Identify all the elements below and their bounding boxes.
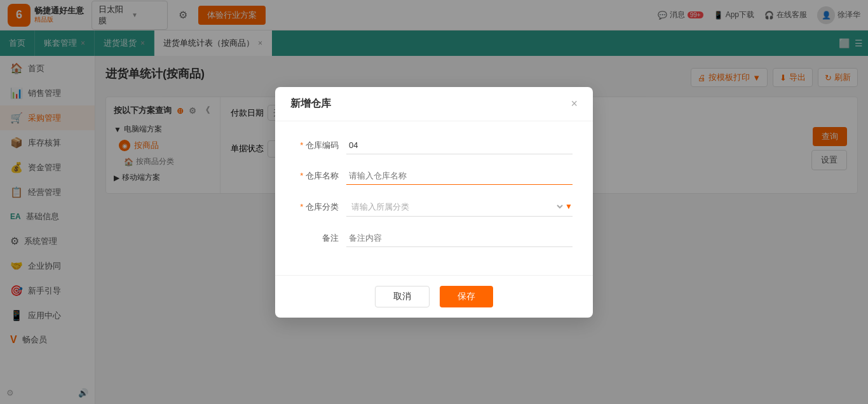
name-label: 仓库名称 — [295, 170, 346, 182]
modal-close-button[interactable]: × — [571, 97, 578, 111]
category-select[interactable]: 请输入所属分类 — [346, 198, 565, 216]
save-button[interactable]: 保存 — [440, 286, 493, 307]
modal-header: 新增仓库 × — [275, 87, 593, 121]
cancel-button[interactable]: 取消 — [375, 286, 430, 307]
category-select-arrow: ▼ — [565, 202, 573, 211]
warehouse-code-input[interactable] — [346, 137, 573, 154]
note-label: 备注 — [295, 232, 346, 244]
category-select-wrap: 请输入所属分类 ▼ — [346, 198, 573, 217]
form-row-category: 仓库分类 请输入所属分类 ▼ — [295, 198, 573, 217]
add-warehouse-modal: 新增仓库 × 仓库编码 仓库名称 仓库分类 请输入所属分类 ▼ — [275, 87, 593, 318]
category-label: 仓库分类 — [295, 201, 346, 213]
note-input[interactable] — [346, 229, 573, 247]
modal-overlay: 新增仓库 × 仓库编码 仓库名称 仓库分类 请输入所属分类 ▼ — [0, 0, 868, 404]
warehouse-name-input[interactable] — [346, 167, 573, 185]
modal-body: 仓库编码 仓库名称 仓库分类 请输入所属分类 ▼ 备注 — [275, 121, 593, 275]
form-row-code: 仓库编码 — [295, 137, 573, 154]
code-label: 仓库编码 — [295, 140, 346, 151]
form-row-note: 备注 — [295, 229, 573, 247]
modal-footer: 取消 保存 — [275, 275, 593, 318]
form-row-name: 仓库名称 — [295, 167, 573, 185]
modal-title: 新增仓库 — [290, 97, 331, 111]
